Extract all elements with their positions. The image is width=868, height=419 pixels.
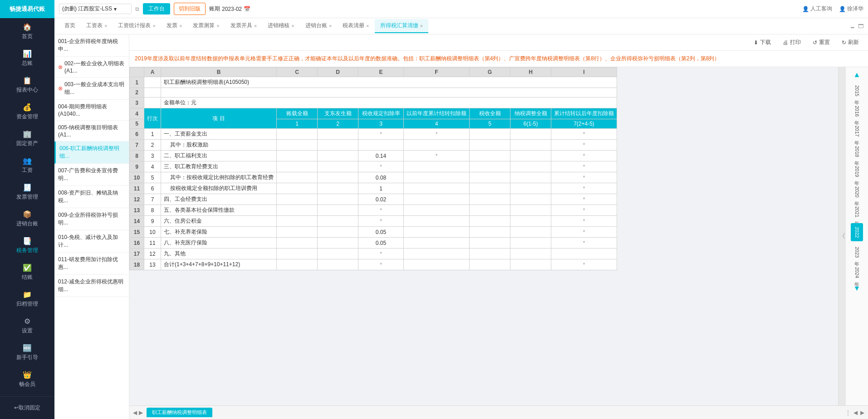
year-2018[interactable]: 2018年: [851, 142, 863, 161]
cell-c-8[interactable]: [277, 205, 318, 216]
sidebar-item-archive[interactable]: 📁 归档管理: [0, 286, 54, 312]
cell-d-2[interactable]: [318, 140, 358, 151]
cell-item-13[interactable]: 合计(1+3+4+7+8+9+10+11+12): [161, 259, 277, 270]
cell-item-4[interactable]: 三、职工教育经费支出: [161, 161, 277, 172]
sidebar-item-guide[interactable]: 🆕 新手引导: [0, 339, 54, 366]
tab-ledger[interactable]: 进销台账 ×: [300, 19, 337, 33]
cell-d-11[interactable]: [318, 238, 358, 248]
cell-h-1[interactable]: [510, 129, 551, 140]
cell-f-3[interactable]: *: [404, 151, 470, 161]
sidebar-item-ledger[interactable]: 📊 总账: [0, 45, 54, 72]
cell-item-9[interactable]: 六、住房公积金: [161, 216, 277, 227]
cell-item-6[interactable]: 按税收规定全额扣除的职工培训费用: [161, 183, 277, 194]
cell-d-1[interactable]: [318, 129, 358, 140]
cell-f-4[interactable]: [404, 161, 470, 172]
cell-g-1[interactable]: [470, 129, 510, 140]
left-item-010[interactable]: 010-免税、减计收入及加计...: [54, 230, 129, 253]
tab-taxbook-close[interactable]: ×: [366, 23, 369, 29]
sheet-menu-icon[interactable]: ⋮: [845, 409, 851, 416]
cell-c-1[interactable]: [277, 129, 318, 140]
sidebar-item-vip[interactable]: 👑 畅会员: [0, 366, 54, 393]
cell-c-7[interactable]: [277, 194, 318, 205]
tab-invoice-issue[interactable]: 发票开具 ×: [225, 19, 262, 33]
cell-e-9[interactable]: *: [358, 216, 404, 227]
cell-c-13[interactable]: [277, 259, 318, 270]
year-2024[interactable]: 2024年: [851, 263, 863, 282]
tab-income-tax-close[interactable]: ×: [420, 23, 423, 29]
left-item-004[interactable]: 004-期间费用明细表(A1040...: [54, 100, 129, 121]
left-item-001[interactable]: 001-企业所得税年度纳税申...: [54, 34, 129, 57]
left-item-006[interactable]: 006-职工薪酬纳税调整明细...: [54, 141, 129, 164]
cell-d-13[interactable]: [318, 259, 358, 270]
sheet-scroll-right-icon[interactable]: ▶: [860, 409, 864, 416]
sidebar-item-reports[interactable]: 📋 报表中心: [0, 72, 54, 98]
cell-d-12[interactable]: [318, 248, 358, 259]
sidebar-item-purchsale[interactable]: 📦 进销台账: [0, 205, 54, 232]
left-item-003[interactable]: ⊗ 003-一般企业成本支出明细...: [54, 78, 129, 100]
cell-i-7[interactable]: *: [551, 194, 617, 205]
cell-e-6[interactable]: 1: [358, 183, 404, 194]
tab-salary-report-close[interactable]: ×: [152, 23, 155, 29]
cell-e-8[interactable]: *: [358, 205, 404, 216]
cell-h-6[interactable]: [510, 183, 551, 194]
tab-salary[interactable]: 工资表 ×: [81, 19, 113, 33]
cell-d-7[interactable]: [318, 194, 358, 205]
spreadsheet-container[interactable]: A B C D E F G H I: [129, 67, 838, 405]
workbench-button[interactable]: 工作台: [143, 3, 170, 15]
cell-d-3[interactable]: [318, 151, 358, 161]
cell-g-7[interactable]: [470, 194, 510, 205]
sidebar-item-settings[interactable]: ⚙ 设置: [0, 312, 54, 339]
cell-g-12[interactable]: [470, 248, 510, 259]
cell-d-6[interactable]: [318, 183, 358, 194]
reset-button[interactable]: ↺ 重置: [809, 37, 834, 48]
left-item-005[interactable]: 005-纳税调整项目明细表(A1...: [54, 121, 129, 141]
tab-minimize-icon[interactable]: 🗕: [850, 23, 855, 29]
cell-h-4[interactable]: [510, 161, 551, 172]
sidebar-item-salary[interactable]: 👥 工资: [0, 152, 54, 179]
cell-e-1[interactable]: *: [358, 129, 404, 140]
cell-i-9[interactable]: *: [551, 216, 617, 227]
year-2020[interactable]: 2020年: [851, 183, 863, 201]
cell-i-3[interactable]: *: [551, 151, 617, 161]
cell-f-6[interactable]: [404, 183, 470, 194]
cell-e-12[interactable]: *: [358, 248, 404, 259]
sidebar-item-tax[interactable]: 📑 税务管理: [0, 232, 54, 259]
cell-e-10[interactable]: 0.05: [358, 227, 404, 238]
cell-i-10[interactable]: *: [551, 227, 617, 238]
cell-h-13[interactable]: [510, 259, 551, 270]
tab-audit-close[interactable]: ×: [291, 23, 294, 29]
cell-c-4[interactable]: [277, 161, 318, 172]
download-button[interactable]: ⬇ 下载: [750, 37, 775, 48]
year-2017[interactable]: 2017年: [851, 122, 863, 140]
cell-item-7[interactable]: 四、工会经费支出: [161, 194, 277, 205]
year-down-icon[interactable]: ▼: [852, 283, 863, 294]
cell-e-11[interactable]: 0.05: [358, 238, 404, 248]
cell-i-11[interactable]: *: [551, 238, 617, 248]
year-2022[interactable]: 2022年: [851, 223, 863, 241]
cell-h-5[interactable]: [510, 172, 551, 183]
sidebar-item-closing[interactable]: ✅ 结账: [0, 259, 54, 286]
cell-f-2[interactable]: [404, 140, 470, 151]
cell-d-5[interactable]: [318, 172, 358, 183]
left-item-012[interactable]: 012-减免企业所得税优惠明细...: [54, 275, 129, 297]
tab-maximize-icon[interactable]: 🗖: [858, 23, 863, 29]
calendar-icon[interactable]: 📅: [244, 6, 250, 12]
tab-salary-close[interactable]: ×: [104, 23, 107, 29]
tab-invoice-issue-close[interactable]: ×: [254, 23, 257, 29]
cell-g-8[interactable]: [470, 205, 510, 216]
cell-f-12[interactable]: [404, 248, 470, 259]
refresh-button[interactable]: ↻ 刷新: [838, 37, 863, 48]
cell-e-4[interactable]: *: [358, 161, 404, 172]
cell-i-5[interactable]: *: [551, 172, 617, 183]
cell-h-11[interactable]: [510, 238, 551, 248]
cell-c-2[interactable]: [277, 140, 318, 151]
tab-invoice[interactable]: 发票 ×: [161, 19, 187, 33]
cell-d-4[interactable]: [318, 161, 358, 172]
cell-item-10[interactable]: 七、补充养老保险: [161, 227, 277, 238]
cell-h-9[interactable]: [510, 216, 551, 227]
cell-f-13[interactable]: [404, 259, 470, 270]
cell-d-10[interactable]: [318, 227, 358, 238]
cell-f-9[interactable]: [404, 216, 470, 227]
cell-f-10[interactable]: [404, 227, 470, 238]
left-item-002[interactable]: ⊗ 002-一般企业收入明细表(A1...: [54, 57, 129, 78]
